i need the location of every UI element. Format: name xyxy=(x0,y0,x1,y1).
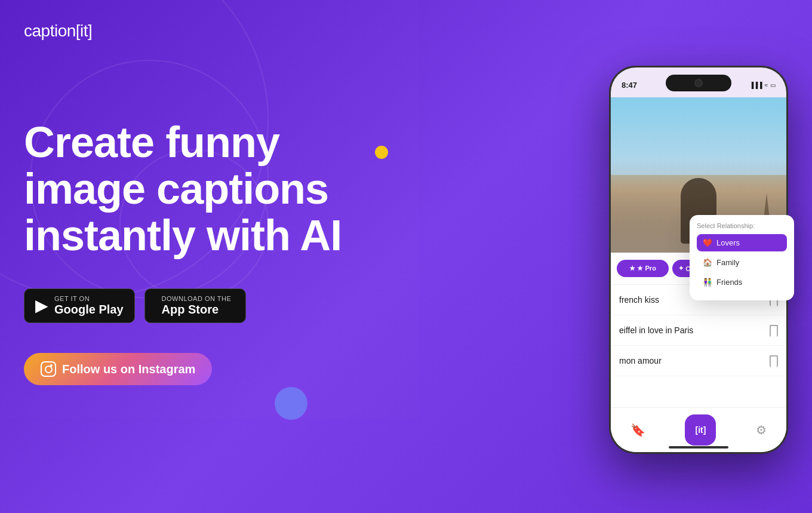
instagram-label: Follow us on Instagram xyxy=(62,363,195,376)
app-store-button[interactable]: Download on the App Store xyxy=(144,288,246,323)
nav-logo: [it] xyxy=(696,425,706,435)
wifi-icon: ≈ xyxy=(765,82,768,88)
customize-icon: ✦ xyxy=(678,265,684,272)
hero-title-line2: image captions xyxy=(24,165,328,213)
pro-icon: ★ xyxy=(629,265,635,272)
caption-text-2: eiffel in love in Paris xyxy=(619,325,693,335)
rel-family-label: Family xyxy=(716,258,739,267)
header: caption[it] xyxy=(24,21,92,41)
app-store-text: Download on the App Store xyxy=(162,295,232,317)
battery-icon: ▭ xyxy=(770,82,776,88)
hero-title-line1: Create funny xyxy=(24,118,279,166)
google-play-text: GET IT ON Google Play xyxy=(54,295,124,317)
signal-icon: ▐▐▐ xyxy=(749,82,762,88)
phone-area: Select Tone: 😄 Witty 🧠 Deep 🐼 Cute 8:47 … xyxy=(394,18,812,508)
rel-family[interactable]: 🏠 Family xyxy=(697,254,787,271)
caption-row-3[interactable]: mon amour xyxy=(611,346,786,376)
bookmark-icon-3[interactable] xyxy=(770,355,778,366)
google-play-main-label: Google Play xyxy=(54,302,124,317)
family-icon: 🏠 xyxy=(703,258,712,267)
pro-button[interactable]: ★ ★ Pro xyxy=(617,260,669,277)
instagram-button[interactable]: Follow us on Instagram xyxy=(24,353,212,385)
rel-lovers[interactable]: ❤️ Lovers xyxy=(697,234,787,251)
bookmark-icon-2[interactable] xyxy=(770,325,778,336)
logo-bracket: [it] xyxy=(76,21,93,40)
friends-icon: 👫 xyxy=(703,278,712,287)
nav-settings-icon[interactable]: ⚙ xyxy=(756,423,767,437)
google-play-top-label: GET IT ON xyxy=(54,295,124,302)
pro-label: ★ Pro xyxy=(637,265,656,272)
status-icons: ▐▐▐ ≈ ▭ xyxy=(749,82,776,88)
logo[interactable]: caption[it] xyxy=(24,21,92,41)
hero-title: Create funny image captions instantly wi… xyxy=(24,119,342,259)
rel-friends[interactable]: 👫 Friends xyxy=(697,274,787,291)
rel-friends-label: Friends xyxy=(716,278,742,287)
phone-time: 8:47 xyxy=(622,81,637,90)
relationship-label: Select Relationship: xyxy=(697,222,787,229)
phone-notch xyxy=(666,75,731,91)
hero-title-line3: instantly with AI xyxy=(24,211,342,259)
store-buttons-container: ▶ GET IT ON Google Play Download on the … xyxy=(24,288,342,323)
google-play-icon: ▶ xyxy=(35,297,48,314)
home-indicator xyxy=(669,446,728,449)
rel-lovers-label: Lovers xyxy=(716,238,740,247)
app-store-top-label: Download on the xyxy=(162,295,232,302)
lovers-icon: ❤️ xyxy=(703,238,712,247)
phone-camera xyxy=(694,79,703,87)
google-play-button[interactable]: ▶ GET IT ON Google Play xyxy=(24,288,135,323)
hero-section: Create funny image captions instantly wi… xyxy=(24,119,342,385)
nav-bookmark-icon[interactable]: 🔖 xyxy=(630,423,645,437)
logo-prefix: caption xyxy=(24,21,76,40)
instagram-icon xyxy=(41,361,56,377)
nav-center-button[interactable]: [it] xyxy=(685,414,716,446)
caption-text-3: mon amour xyxy=(619,356,662,365)
relationship-card: Select Relationship: ❤️ Lovers 🏠 Family … xyxy=(690,215,794,300)
caption-text-1: french kiss xyxy=(619,295,659,305)
phone-nav: 🔖 [it] ⚙ xyxy=(611,407,786,452)
blue-dot xyxy=(275,387,307,420)
caption-row-2[interactable]: eiffel in love in Paris xyxy=(611,315,786,346)
app-store-main-label: App Store xyxy=(162,302,232,317)
yellow-dot xyxy=(375,146,388,159)
